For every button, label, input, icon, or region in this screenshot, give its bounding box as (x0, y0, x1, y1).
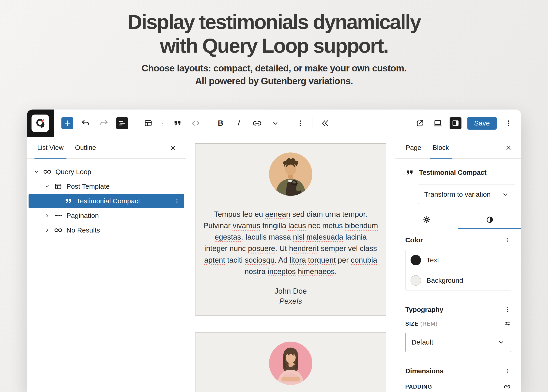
inspector-header: Page Block (395, 137, 521, 159)
testimonial-avatar-man (269, 152, 312, 196)
tree-item-pagination[interactable]: Pagination (28, 208, 184, 223)
chevron-down-icon[interactable] (32, 169, 41, 175)
tab-list-view-label: List View (37, 144, 64, 152)
tab-outline[interactable]: Outline (72, 137, 99, 158)
tab-block-label: Block (433, 144, 449, 152)
quote-block-button[interactable] (171, 117, 183, 129)
settings-styles-tabs (395, 210, 521, 229)
tree-item-query-loop[interactable]: Query Loop (28, 165, 184, 179)
chevron-down-icon (501, 190, 509, 198)
link-button[interactable] (251, 117, 263, 129)
page-subtitle-line2: All powered by Gutenberg variations. (0, 75, 548, 88)
color-row-background[interactable]: Background (406, 270, 511, 290)
transform-select-value: Transform to variation (424, 190, 491, 198)
tree-item-label: No Results (66, 226, 100, 234)
page-subtitle-line1: Choose layouts: compact, detailed, or ma… (0, 62, 548, 75)
page-title-line2: with Query Loop support. (0, 34, 548, 57)
tree-item-label: Query Loop (56, 168, 91, 176)
color-rows-box: Text Background (405, 250, 511, 290)
chevron-right-icon[interactable] (43, 227, 52, 233)
italic-button[interactable] (233, 117, 245, 129)
post-template-parent-button[interactable] (142, 117, 154, 129)
document-overview-button[interactable] (116, 117, 128, 129)
editor-window: B (27, 110, 521, 392)
plugin-logo[interactable] (27, 110, 54, 137)
tree-item-label: Pagination (66, 212, 99, 219)
font-size-select[interactable]: Default (405, 333, 511, 352)
inserter-plus-button[interactable] (61, 117, 73, 129)
tree-item-post-template[interactable]: Post Template (28, 179, 184, 194)
sidebar-toggle-button[interactable] (450, 117, 462, 129)
font-size-select-value: Default (412, 338, 433, 346)
options-kebab-icon[interactable] (504, 306, 511, 313)
tab-outline-label: Outline (75, 144, 96, 152)
external-link-icon[interactable] (414, 117, 426, 129)
tree-item-no-results[interactable]: No Results (28, 223, 184, 238)
loop-icon (53, 226, 63, 235)
tab-page[interactable]: Page (403, 137, 424, 158)
code-icon[interactable] (190, 117, 202, 129)
chevron-down-icon (497, 338, 505, 346)
tab-settings-gear[interactable] (395, 210, 458, 229)
options-kebab-icon[interactable] (504, 237, 511, 244)
size-label-text: SIZE (405, 321, 419, 327)
bold-glyph: B (218, 119, 223, 127)
quote-icon (405, 168, 414, 177)
options-kebab-icon[interactable] (504, 368, 511, 374)
redo-button[interactable] (98, 117, 110, 129)
transform-to-variation-select[interactable]: Transform to variation (418, 185, 515, 204)
preview-laptop-icon[interactable] (432, 117, 444, 129)
save-button[interactable]: Save (467, 117, 497, 130)
tab-styles-contrast[interactable] (458, 210, 521, 229)
options-kebab-icon[interactable] (503, 117, 514, 129)
options-kebab-icon[interactable] (294, 117, 306, 129)
collapse-double-chevron-icon[interactable] (319, 117, 331, 129)
inspector-panel: Page Block Testimonial Compact Transform… (395, 137, 521, 392)
tree-item-testimonial-compact[interactable]: Testimonial Compact (28, 194, 184, 208)
drag-handle-icon[interactable] (161, 117, 165, 129)
save-button-label: Save (474, 119, 490, 127)
styles-half-circle-icon (485, 215, 494, 224)
post-template-icon (53, 182, 63, 191)
options-kebab-icon[interactable] (174, 198, 180, 204)
chevron-down-icon[interactable] (270, 117, 281, 129)
bold-button[interactable]: B (215, 117, 227, 129)
gear-icon (422, 215, 431, 224)
tree-item-label: Post Template (66, 182, 110, 190)
page-title: Display testimonials dynamically with Qu… (0, 10, 548, 57)
sliders-icon[interactable] (504, 320, 511, 328)
size-unit-text: (REM) (420, 321, 437, 327)
color-row-text[interactable]: Text (406, 250, 511, 270)
undo-button[interactable] (80, 117, 92, 129)
editor-canvas: Tempus leo eu aenean sed diam urna tempo… (186, 137, 395, 392)
testimonial-quote-partial[interactable]: Lorem ipsum dolor sit amet, consectetur … (202, 390, 379, 392)
testimonial-card-1[interactable]: Tempus leo eu aenean sed diam urna tempo… (195, 143, 386, 315)
close-list-view-button[interactable] (168, 143, 178, 153)
text-color-swatch (411, 255, 421, 265)
link-chain-icon[interactable] (503, 383, 511, 391)
testimonial-author[interactable]: John Doe (195, 287, 386, 295)
color-row-label: Text (427, 256, 439, 264)
dimensions-section: Dimensions PADDING (395, 360, 521, 392)
testimonial-source[interactable]: Pexels (195, 297, 386, 315)
page-subtitle: Choose layouts: compact, detailed, or ma… (0, 62, 548, 88)
color-section: Color Text Background (395, 229, 521, 299)
tab-block[interactable]: Block (430, 137, 452, 158)
selected-block-card: Testimonial Compact (395, 159, 521, 177)
editor-toolbar: B (27, 110, 521, 137)
chevron-right-icon[interactable] (43, 212, 52, 219)
close-inspector-button[interactable] (504, 143, 513, 153)
dimensions-section-title: Dimensions (405, 367, 443, 375)
typography-section: Typography SIZE (REM) Default (395, 299, 521, 360)
testimonial-quote[interactable]: Tempus leo eu aenean sed diam urna tempo… (202, 209, 379, 277)
block-tree: Query Loop Post Template Testimonial Com… (27, 159, 186, 238)
typography-section-title: Typography (405, 306, 443, 314)
chevron-down-icon[interactable] (43, 183, 52, 190)
color-section-title: Color (405, 236, 423, 244)
list-view-panel-header: List View Outline (27, 137, 186, 159)
testimonial-card-2[interactable]: Lorem ipsum dolor sit amet, consectetur … (195, 332, 386, 392)
hero-section: Display testimonials dynamically with Qu… (0, 10, 548, 88)
toolbar-separator (313, 117, 313, 129)
tab-list-view[interactable]: List View (35, 137, 66, 158)
toolbar-separator (288, 117, 288, 129)
